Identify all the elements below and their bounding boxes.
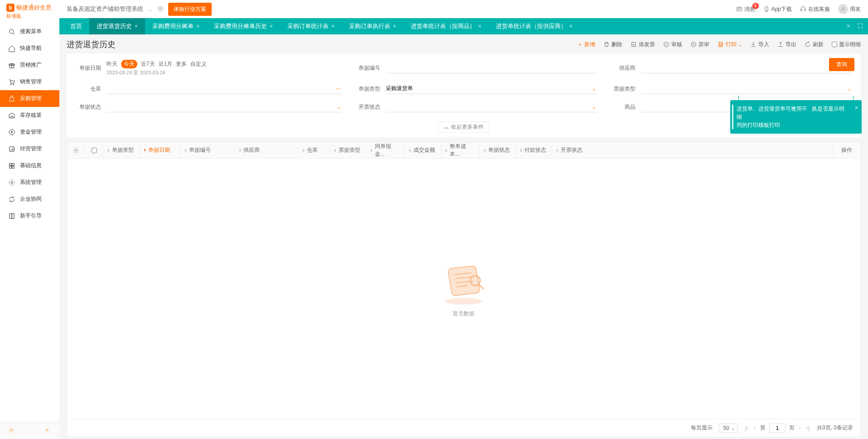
col-docdate[interactable]: ▲▼单据日期 — [140, 142, 180, 158]
nav-marketing[interactable]: 营销推广 — [0, 57, 59, 73]
discard-audit-button[interactable]: 弃审 — [690, 41, 709, 48]
nav-operation[interactable]: 经营管理 — [0, 140, 59, 157]
tip-close-icon[interactable]: × — [792, 105, 795, 112]
system-select[interactable]: 装备及固定资产辅助管理系统 ⌄ — [67, 5, 153, 13]
tip-close-icon[interactable]: × — [855, 104, 858, 112]
last-page-button[interactable]: ›| — [805, 425, 810, 431]
audit-button[interactable]: 审核 — [663, 41, 682, 48]
doctype-input[interactable] — [386, 86, 592, 92]
nav-collab[interactable]: 企业协同 — [0, 191, 59, 207]
column-settings-button[interactable] — [67, 142, 85, 158]
col-cost[interactable]: ▲▼整单成本... — [441, 142, 480, 158]
close-icon[interactable]: × — [135, 23, 138, 29]
tab-po-stats[interactable]: 采购订单统计表× — [280, 18, 342, 34]
import-button[interactable]: 导入 — [750, 41, 769, 48]
bag-icon — [8, 95, 15, 102]
nav-funds[interactable]: 资金管理 — [0, 124, 59, 140]
select-all-checkbox[interactable] — [92, 148, 97, 153]
coin-icon — [8, 129, 15, 136]
nav-purchase[interactable]: 采购管理 — [0, 90, 59, 107]
date-tag-7d[interactable]: 近7天 — [141, 60, 155, 68]
date-tag-1m[interactable]: 近1月 — [159, 60, 173, 68]
more-icon[interactable]: ⋯ — [336, 86, 341, 92]
nav-inventory[interactable]: 库存核算 — [0, 107, 59, 124]
col-docno[interactable]: ▲▼单据编号 — [180, 142, 235, 158]
print-button[interactable]: 打印⌄ — [718, 41, 742, 48]
close-icon[interactable]: × — [331, 23, 335, 29]
close-icon[interactable]: × — [478, 23, 481, 29]
messages-button[interactable]: 消息 6 — [736, 5, 755, 13]
tab-po-exec[interactable]: 采购订单执行表× — [342, 18, 403, 34]
warehouse-input[interactable] — [107, 86, 336, 92]
close-icon[interactable]: × — [393, 23, 396, 29]
tool-label: 新增 — [584, 41, 595, 48]
col-billtype[interactable]: ▲▼票据类型 — [330, 142, 366, 158]
export-button[interactable]: 导出 — [777, 41, 796, 48]
col-doctype[interactable]: ▲▼单据类型 — [103, 142, 140, 158]
industry-plan-button[interactable]: 体验行业方案 — [168, 3, 212, 16]
tab-goods-stats-product[interactable]: 进货单统计表（按商品）× — [403, 18, 489, 34]
col-paystatus[interactable]: ▲▼付款状态 — [516, 142, 552, 158]
prev-page-button[interactable]: ‹ — [753, 425, 756, 431]
billtype-input[interactable] — [641, 86, 847, 92]
chevron-down-icon[interactable]: ⌄ — [592, 104, 596, 110]
date-tag-custom[interactable]: 自定义 — [190, 60, 207, 68]
settings-icon[interactable] — [8, 427, 15, 434]
close-icon[interactable]: × — [270, 23, 273, 29]
system-settings-icon[interactable] — [157, 5, 164, 13]
per-page-select[interactable]: 50 ⌄ — [719, 424, 737, 433]
show-detail-checkbox[interactable] — [832, 42, 837, 47]
col-invstatus[interactable]: ▲▼开票状态 — [552, 142, 833, 158]
collapse-filters-button[interactable]: ︽收起更多条件 — [438, 121, 490, 133]
nav-system[interactable]: 系统管理 — [0, 174, 59, 191]
tab-alloc-order[interactable]: 采购费用分摊单× — [145, 18, 207, 34]
online-service-button[interactable]: 在线客服 — [800, 5, 830, 13]
nav-label: 搜索菜单 — [20, 28, 42, 35]
col-docstatus[interactable]: ▲▼单据状态 — [480, 142, 516, 158]
tab-alloc-history[interactable]: 采购费用分摊单历史× — [207, 18, 280, 34]
date-tag-more[interactable]: 更多 — [176, 60, 187, 68]
supplier-input[interactable] — [641, 65, 846, 71]
nav-label: 库存核算 — [20, 111, 42, 119]
nav-basedata[interactable]: 基础信息 — [0, 157, 59, 174]
user-menu[interactable]: 用友 — [838, 4, 861, 14]
close-icon[interactable]: × — [196, 23, 199, 29]
date-tag-yesterday[interactable]: 昨天 — [107, 60, 117, 68]
page-input[interactable] — [769, 424, 786, 433]
col-warehouse[interactable]: ▲▼仓库 — [298, 142, 330, 158]
docno-input[interactable] — [386, 63, 596, 73]
nav-quicknav[interactable]: 快捷导航 — [0, 40, 59, 57]
tabs-fullscreen-icon[interactable] — [857, 23, 863, 30]
select-all-cell[interactable] — [85, 142, 103, 158]
first-page-button[interactable]: |‹ — [744, 425, 749, 431]
show-detail-check[interactable]: 显示明细 — [832, 41, 861, 48]
delete-button[interactable]: 删除 — [603, 41, 622, 48]
chevron-down-icon[interactable]: ⌄ — [592, 86, 596, 92]
nav-search[interactable]: 搜索菜单 — [0, 23, 59, 40]
invstatus-input[interactable] — [386, 104, 592, 110]
next-page-button[interactable]: › — [798, 425, 802, 431]
date-tag-today[interactable]: 今天 — [121, 60, 137, 68]
app-download-button[interactable]: App下载 — [763, 5, 792, 13]
table-header: ▲▼单据类型 ▲▼单据日期 ▲▼单据编号 ▲▼供应商 ▲▼仓库 ▲▼票据类型 ▲… — [67, 142, 860, 159]
collapse-sidebar-icon[interactable] — [45, 427, 51, 434]
tab-home[interactable]: 首页 — [63, 18, 89, 34]
col-cash[interactable]: ▲▼同单现金... — [366, 142, 405, 158]
chevron-down-icon[interactable]: ⌄ — [847, 86, 852, 92]
col-supplier[interactable]: ▲▼供应商 — [235, 142, 298, 158]
add-invoice-button[interactable]: 添发票 — [630, 41, 655, 48]
docstatus-label: 单据状态 — [76, 103, 101, 111]
tab-goods-stats-supplier[interactable]: 进货单统计表（按供应商）× — [489, 18, 580, 34]
col-deal-amount[interactable]: ▲▼成交金额 — [405, 142, 441, 158]
add-button[interactable]: ＋新增 — [577, 41, 595, 48]
tab-return-history[interactable]: 进货退货历史× — [89, 18, 145, 34]
tabs-close-all-icon[interactable] — [845, 23, 852, 30]
chevron-down-icon[interactable]: ⌄ — [337, 104, 341, 110]
close-icon[interactable]: × — [569, 23, 572, 29]
nav-guide[interactable]: 新手引导 — [0, 207, 59, 224]
refresh-button[interactable]: 刷新 — [805, 41, 824, 48]
nav-sales[interactable]: 销售管理 — [0, 73, 59, 90]
col-label: 整单成本... — [450, 143, 475, 158]
more-icon[interactable]: ⋯ — [846, 65, 852, 71]
docstatus-input[interactable] — [107, 104, 337, 110]
